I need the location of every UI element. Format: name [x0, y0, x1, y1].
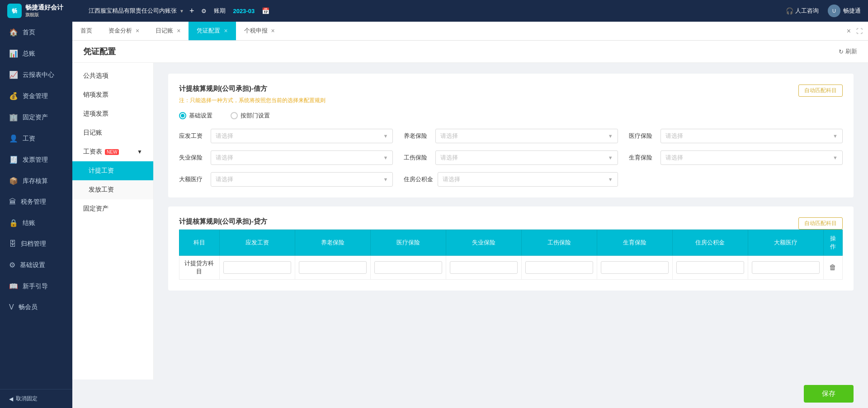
tab-tax-close[interactable]: × — [271, 27, 275, 34]
select-pension[interactable]: 请选择 ▼ — [435, 129, 618, 143]
tab-journal[interactable]: 日记账 × — [147, 22, 189, 40]
tab-funds-close[interactable]: × — [136, 27, 139, 34]
cell-base-salary — [219, 256, 295, 280]
sidebar-item-archive[interactable]: 🗄 归档管理 — [0, 234, 72, 254]
row-label: 计提贷方科目 — [179, 256, 220, 280]
select-unemployment[interactable]: 请选择 ▼ — [211, 150, 393, 165]
sidebar-item-invoices[interactable]: 🧾 发票管理 — [0, 149, 72, 170]
select-major-medical[interactable]: 请选择 ▼ — [211, 172, 393, 187]
select-medical[interactable]: 请选择 ▼ — [660, 129, 843, 143]
left-nav: 公共选项 销项发票 进项发票 日记账 工资表NEW ▼ 计提工资 发放工资 — [72, 63, 154, 380]
refresh-button[interactable]: ↻ 刷新 — [839, 47, 857, 56]
field-unemployment: 失业保险 请选择 ▼ — [179, 150, 393, 165]
sidebar-item-home[interactable]: 🏠 首页 — [0, 22, 72, 43]
radio-basic[interactable]: 基础设置 — [179, 112, 212, 120]
sidebar-item-close[interactable]: 🔒 结账 — [0, 212, 72, 234]
close-period-icon: 🔒 — [9, 219, 18, 227]
tab-journal-label: 日记账 — [156, 27, 173, 35]
save-button[interactable]: 保存 — [804, 385, 854, 403]
select-housing-fund[interactable]: 请选择 ▼ — [438, 172, 618, 187]
select-unemp-arrow: ▼ — [383, 155, 388, 160]
col-injury: 工伤保险 — [521, 230, 597, 256]
auto-match-debit-button[interactable]: 自动匹配科目 — [798, 84, 843, 97]
col-action: 操作 — [823, 230, 842, 256]
sidebar-label-invoices: 发票管理 — [23, 156, 48, 164]
tab-tax[interactable]: 个税申报 × — [236, 22, 283, 40]
company-arrow-icon: ▼ — [179, 9, 184, 14]
col-housing: 住房公积金 — [672, 230, 748, 256]
label-major-medical: 大额医疗 — [179, 175, 206, 183]
sidebar-label-inventory: 库存核算 — [23, 177, 48, 185]
select-injury[interactable]: 请选择 ▼ — [435, 150, 618, 165]
select-pension-arrow: ▼ — [608, 133, 613, 139]
field-medical: 医疗保险 请选择 ▼ — [629, 129, 843, 143]
sidebar-label-ledger: 总账 — [23, 50, 35, 58]
sidebar-item-reports[interactable]: 📈 云报表中心 — [0, 64, 72, 85]
sidebar-label-guide: 新手引导 — [23, 282, 48, 291]
input-injury[interactable] — [525, 261, 593, 274]
sidebar-item-inventory[interactable]: 📦 库存核算 — [0, 170, 72, 192]
cell-pension — [295, 256, 370, 280]
input-housing[interactable] — [676, 261, 744, 274]
calendar-icon[interactable]: 📅 — [262, 7, 269, 14]
leftnav-purchase-invoice[interactable]: 进项发票 — [72, 104, 153, 123]
leftnav-payroll-group[interactable]: 工资表NEW ▼ — [72, 142, 153, 161]
leftnav-journal[interactable]: 日记账 — [72, 123, 153, 142]
tab-journal-close[interactable]: × — [177, 27, 180, 34]
leftnav-public[interactable]: 公共选项 — [72, 66, 153, 85]
sidebar-item-payroll[interactable]: 👤 工资 — [0, 128, 72, 149]
topbar-center: 江西服宝精品有限责任公司内账张 ▼ + ⚙ 账期 2023-03 📅 — [80, 6, 786, 16]
service-button[interactable]: 🎧 人工咨询 — [786, 7, 819, 15]
leftnav-fixed-assets[interactable]: 固定资产 — [72, 199, 153, 218]
cell-injury — [521, 256, 597, 280]
tab-voucher-close[interactable]: × — [224, 27, 227, 34]
sidebar-item-guide[interactable]: 📖 新手引导 — [0, 276, 72, 297]
tab-funds[interactable]: 资金分析 × — [100, 22, 147, 40]
leftnav-issue-payroll[interactable]: 发放工资 — [72, 180, 153, 199]
sidebar-item-assets[interactable]: 🏢 固定资产 — [0, 107, 72, 128]
leftnav-accrual-payroll[interactable]: 计提工资 — [72, 161, 153, 180]
delete-row-button[interactable]: 🗑 — [829, 263, 836, 272]
sidebar-unpin[interactable]: ◀ 取消固定 — [0, 389, 72, 408]
sidebar-label-vip: 畅会员 — [19, 303, 38, 311]
auto-match-credit-button[interactable]: 自动匹配科目 — [798, 217, 843, 230]
input-medical[interactable] — [374, 261, 442, 274]
leftnav-sales-invoice[interactable]: 销项发票 — [72, 85, 153, 104]
sidebar-item-ledger[interactable]: 📊 总账 — [0, 43, 72, 64]
input-maternity[interactable] — [601, 261, 669, 274]
input-base-salary[interactable] — [223, 261, 291, 274]
settings-icon[interactable]: ⚙ — [201, 8, 207, 14]
tab-home[interactable]: 首页 — [72, 22, 100, 40]
sidebar-item-vip[interactable]: V 畅会员 — [0, 297, 72, 318]
input-pension[interactable] — [299, 261, 367, 274]
main-form: 计提核算规则(公司承担)-借方 注：只能选择一种方式，系统将按照您当前的选择来配… — [154, 63, 868, 380]
sidebar-item-tax[interactable]: 🏛 税务管理 — [0, 192, 72, 212]
tab-close-all-icon[interactable]: × — [847, 27, 851, 35]
save-area: 保存 — [72, 380, 868, 408]
radio-department[interactable]: 按部门设置 — [231, 112, 270, 120]
company-selector[interactable]: 江西服宝精品有限责任公司内账张 ▼ — [89, 7, 184, 15]
table-row: 计提贷方科目 🗑 — [179, 256, 843, 280]
tab-expand-icon[interactable]: ⛶ — [856, 28, 863, 35]
tab-voucher-config[interactable]: 凭证配置 × — [189, 22, 236, 40]
input-unemployment[interactable] — [450, 261, 518, 274]
select-base-salary[interactable]: 请选择 ▼ — [211, 129, 393, 143]
payroll-arrow-icon: ▼ — [137, 149, 142, 155]
sidebar-item-settings[interactable]: ⚙ 基础设置 — [0, 254, 72, 276]
label-housing-fund: 住房公积金 — [404, 175, 433, 183]
add-button[interactable]: + — [189, 6, 194, 16]
select-maternity[interactable]: 请选择 ▼ — [660, 150, 843, 165]
sidebar-item-funds[interactable]: 💰 资金管理 — [0, 85, 72, 107]
sidebar-label-tax: 税务管理 — [21, 198, 46, 206]
input-major-medical[interactable] — [752, 261, 820, 274]
headset-icon: 🎧 — [786, 7, 793, 14]
field-base-salary: 应发工资 请选择 ▼ — [179, 129, 393, 143]
assets-icon: 🏢 — [9, 113, 18, 122]
user-menu[interactable]: U 畅捷通 — [828, 5, 861, 17]
reports-icon: 📈 — [9, 70, 18, 79]
sidebar-label-funds: 资金管理 — [23, 92, 48, 100]
label-maternity: 生育保险 — [629, 154, 656, 162]
vip-icon: V — [9, 303, 14, 311]
leftnav-payroll-header[interactable]: 工资表NEW ▼ — [72, 142, 153, 161]
sidebar-label-archive: 归档管理 — [21, 240, 46, 248]
